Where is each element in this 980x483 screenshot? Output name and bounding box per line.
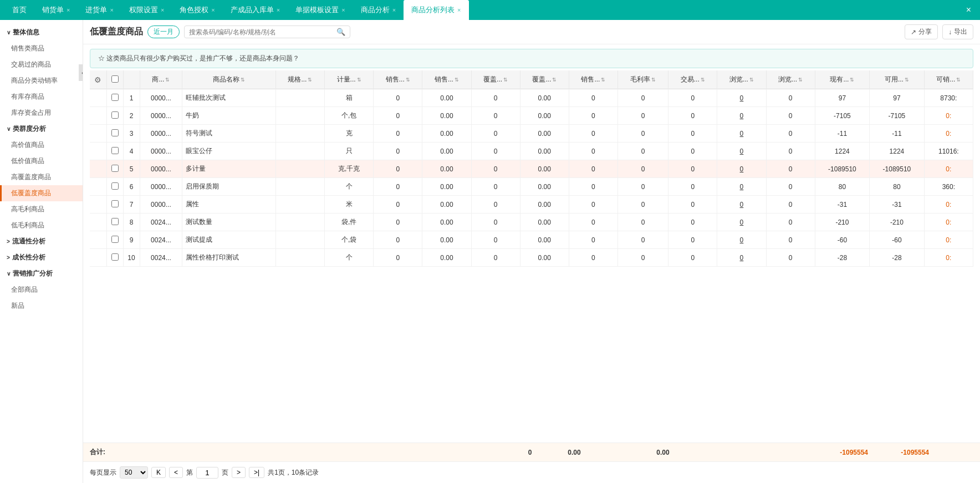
tab-sales-close[interactable]: × xyxy=(67,7,70,13)
row-checkbox[interactable] xyxy=(111,165,119,172)
col-sales-qty[interactable]: 销售...⇅ xyxy=(374,70,422,89)
tab-permission[interactable]: 权限设置 × xyxy=(121,0,172,20)
tab-product-analysis-close[interactable]: × xyxy=(392,7,396,13)
sidebar-item-low-margin[interactable]: 低毛利商品 xyxy=(0,217,83,233)
row-checkbox[interactable] xyxy=(111,147,119,154)
tab-finished-goods-close[interactable]: × xyxy=(277,7,280,13)
tab-template[interactable]: 单据模板设置 × xyxy=(288,0,353,20)
col-unit[interactable]: 计量...⇅ xyxy=(325,70,374,89)
col-trade[interactable]: 交易...⇅ xyxy=(668,70,717,89)
sidebar-collapse-btn[interactable]: « xyxy=(79,64,83,81)
row-browse-b: 0 xyxy=(766,249,815,267)
section-arrow-growth: > xyxy=(7,255,10,261)
row-browse-b: 0 xyxy=(766,160,815,178)
row-checkbox[interactable] xyxy=(111,94,119,101)
row-browse-a[interactable]: 0 xyxy=(717,196,766,213)
sidebar-item-sales-goods[interactable]: 销售类商品 xyxy=(0,40,83,57)
row-available: 80 xyxy=(870,178,925,196)
row-browse-b: 0 xyxy=(766,107,815,125)
last-page-btn[interactable]: >| xyxy=(249,467,264,478)
search-input[interactable] xyxy=(189,28,336,36)
next-page-btn[interactable]: > xyxy=(232,467,246,478)
row-checkbox[interactable] xyxy=(111,182,119,190)
col-browse-a[interactable]: 浏览...⇅ xyxy=(717,70,766,89)
tab-product-analysis-list[interactable]: 商品分析列表 × xyxy=(404,0,468,20)
tab-template-close[interactable]: × xyxy=(341,7,345,13)
tab-finished-goods[interactable]: 产成品入库单 × xyxy=(223,0,288,20)
col-settings[interactable]: ⚙ xyxy=(90,70,106,89)
prev-page-btn[interactable]: < xyxy=(169,467,183,478)
row-saleable: 0: xyxy=(924,160,973,178)
share-button[interactable]: ↗ 分享 xyxy=(905,24,938,39)
row-browse-a[interactable]: 0 xyxy=(717,160,766,178)
select-all-checkbox[interactable] xyxy=(111,75,119,83)
col-code[interactable]: 商...⇅ xyxy=(140,70,182,89)
row-spec xyxy=(275,231,324,249)
sidebar-item-with-stock[interactable]: 有库存商品 xyxy=(0,89,83,105)
col-spec[interactable]: 规格...⇅ xyxy=(275,70,324,89)
tab-role[interactable]: 角色授权 × xyxy=(172,0,222,20)
col-cover-a[interactable]: 覆盖...⇅ xyxy=(471,70,520,89)
row-checkbox[interactable] xyxy=(111,236,119,243)
per-page-select[interactable]: 50 100 200 xyxy=(120,466,148,479)
row-checkbox[interactable] xyxy=(111,218,119,225)
row-browse-a[interactable]: 0 xyxy=(717,107,766,125)
tab-product-analysis-list-close[interactable]: × xyxy=(457,7,461,13)
settings-icon[interactable]: ⚙ xyxy=(94,75,101,84)
row-browse-a[interactable]: 0 xyxy=(717,143,766,160)
row-checkbox[interactable] xyxy=(111,200,119,207)
row-cover-b: 0.00 xyxy=(520,249,569,267)
row-browse-a[interactable]: 0 xyxy=(717,249,766,267)
tab-home[interactable]: 首页 xyxy=(4,0,34,20)
sidebar-item-high-value[interactable]: 高价值商品 xyxy=(0,137,83,153)
row-name: 符号测试 xyxy=(182,125,276,143)
sidebar-section-liquidity[interactable]: > 流通性分析 xyxy=(0,233,83,250)
row-browse-a[interactable]: 0 xyxy=(717,125,766,143)
sidebar-item-low-coverage[interactable]: 低覆盖度商品 xyxy=(0,185,83,201)
sidebar-item-high-margin[interactable]: 高毛利商品 xyxy=(0,201,83,217)
row-browse-a[interactable]: 0 xyxy=(717,213,766,231)
sidebar-item-all-goods[interactable]: 全部商品 xyxy=(0,282,83,298)
tab-role-close[interactable]: × xyxy=(211,7,215,13)
current-page-input[interactable] xyxy=(196,467,218,479)
col-available[interactable]: 可用...⇅ xyxy=(870,70,925,89)
col-cover-b[interactable]: 覆盖...⇅ xyxy=(520,70,569,89)
row-checkbox[interactable] xyxy=(111,253,119,261)
sidebar-item-low-value[interactable]: 低价值商品 xyxy=(0,153,83,169)
col-browse-b[interactable]: 浏览...⇅ xyxy=(766,70,815,89)
sidebar-item-stock-capital[interactable]: 库存资金占用 xyxy=(0,105,83,121)
col-saleable[interactable]: 可销...⇅ xyxy=(924,70,973,89)
row-browse-a[interactable]: 0 xyxy=(717,178,766,196)
window-close-btn[interactable]: × xyxy=(962,5,976,15)
col-sales-amt[interactable]: 销售...⇅ xyxy=(422,70,471,89)
row-settings xyxy=(90,213,106,231)
tab-permission-close[interactable]: × xyxy=(161,7,164,13)
col-gross-rate[interactable]: 毛利率⇅ xyxy=(617,70,668,89)
row-checkbox[interactable] xyxy=(111,111,119,119)
sidebar-item-traded-goods[interactable]: 交易过的商品 xyxy=(0,57,83,73)
sidebar-section-cluster[interactable]: ∨ 类群度分析 xyxy=(0,121,83,137)
row-browse-b: 0 xyxy=(766,231,815,249)
tab-purchase-close[interactable]: × xyxy=(110,7,113,13)
col-current-stock[interactable]: 现有...⇅ xyxy=(815,70,870,89)
row-browse-a[interactable]: 0 xyxy=(717,231,766,249)
sidebar-item-high-coverage[interactable]: 高覆盖度商品 xyxy=(0,169,83,185)
first-page-btn[interactable]: K xyxy=(151,467,166,478)
row-sales-qty: 0 xyxy=(374,143,422,160)
sidebar-item-new-goods[interactable]: 新品 xyxy=(0,298,83,314)
sidebar-section-growth[interactable]: > 成长性分析 xyxy=(0,250,83,266)
export-button[interactable]: ↓ 导出 xyxy=(942,24,973,39)
row-sales-amt: 0.00 xyxy=(422,249,471,267)
row-checkbox[interactable] xyxy=(111,129,119,136)
sidebar-section-overall[interactable]: ∨ 整体信息 xyxy=(0,24,83,40)
row-sales-c: 0 xyxy=(569,125,617,143)
row-browse-a[interactable]: 0 xyxy=(717,89,766,107)
col-sales-c[interactable]: 销售...⇅ xyxy=(569,70,617,89)
tab-product-analysis[interactable]: 商品分析 × xyxy=(353,0,404,20)
sidebar-section-marketing[interactable]: ∨ 营销推广分析 xyxy=(0,266,83,282)
col-name[interactable]: 商品名称⇅ xyxy=(182,70,276,89)
time-filter-button[interactable]: 近一月 xyxy=(147,26,180,38)
sidebar-item-category-turnover[interactable]: 商品分类动销率 xyxy=(0,73,83,89)
tab-purchase[interactable]: 进货单 × xyxy=(78,0,121,20)
tab-sales[interactable]: 销货单 × xyxy=(34,0,78,20)
